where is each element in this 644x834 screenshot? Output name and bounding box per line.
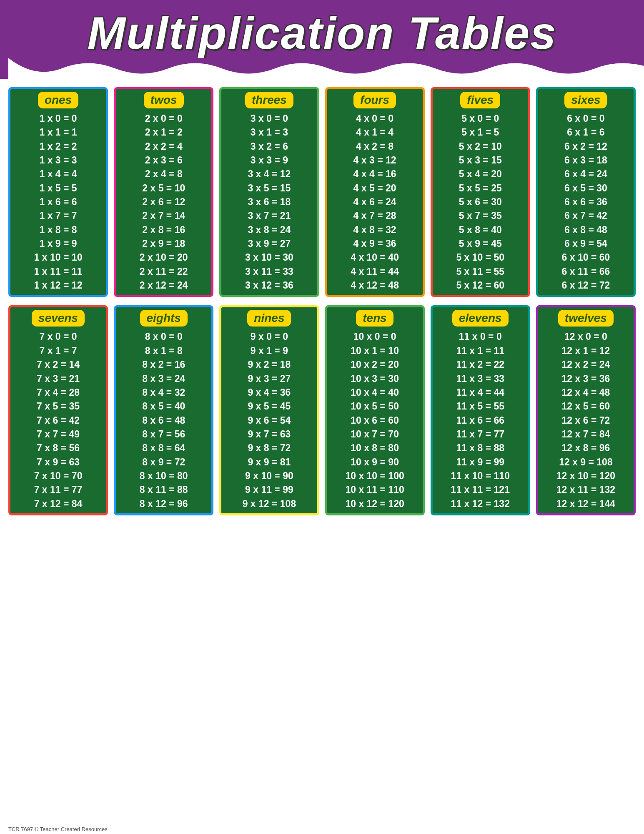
table-row: 8 x 4 = 32 [121, 386, 206, 399]
table-row: 12 x 5 = 60 [543, 399, 629, 413]
table-row: 4 x 6 = 24 [332, 195, 418, 209]
header: Multiplication Tables [0, 0, 644, 79]
table-body-tens: 10 x 0 = 010 x 1 = 1010 x 2 = 2010 x 3 =… [330, 330, 420, 510]
table-row: 3 x 11 = 33 [226, 265, 312, 279]
table-row: 7 x 3 = 21 [15, 372, 101, 386]
table-body-eights: 8 x 0 = 08 x 1 = 88 x 2 = 168 x 3 = 248 … [118, 330, 209, 510]
page: Multiplication Tables ones1 x 0 = 01 x 1… [0, 0, 644, 834]
table-row: 7 x 1 = 7 [15, 344, 101, 358]
table-fives: fives5 x 0 = 05 x 1 = 55 x 2 = 105 x 3 =… [431, 87, 530, 297]
table-row: 3 x 7 = 21 [226, 209, 312, 223]
table-row: 5 x 6 = 30 [438, 195, 523, 209]
table-row: 4 x 0 = 0 [332, 112, 418, 126]
table-header-nines: nines [247, 310, 291, 327]
table-body-twos: 2 x 0 = 02 x 1 = 22 x 2 = 42 x 3 = 62 x … [118, 112, 209, 292]
table-header-sixes: sixes [564, 92, 607, 108]
table-row: 4 x 3 = 12 [332, 153, 418, 167]
table-row: 3 x 3 = 9 [226, 153, 312, 167]
table-row: 2 x 5 = 10 [121, 181, 206, 195]
table-row: 9 x 12 = 108 [226, 497, 312, 511]
table-row: 3 x 9 = 27 [226, 237, 312, 251]
page-title: Multiplication Tables [8, 8, 636, 58]
table-row: 11 x 3 = 33 [438, 372, 523, 386]
table-row: 3 x 10 = 30 [226, 251, 312, 264]
table-row: 10 x 0 = 0 [332, 330, 418, 344]
table-row: 11 x 12 = 132 [438, 497, 523, 511]
table-row: 6 x 10 = 60 [543, 251, 629, 264]
table-row: 5 x 9 = 45 [438, 237, 523, 251]
table-row: 6 x 4 = 24 [543, 167, 629, 181]
table-row: 8 x 10 = 80 [121, 469, 206, 483]
table-row: 1 x 3 = 3 [15, 153, 101, 167]
table-row: 4 x 1 = 4 [332, 126, 418, 139]
table-row: 7 x 0 = 0 [15, 330, 101, 344]
table-header-elevens: elevens [452, 310, 509, 327]
table-threes: threes3 x 0 = 03 x 1 = 33 x 2 = 63 x 3 =… [219, 87, 319, 297]
table-row: 3 x 12 = 36 [226, 279, 312, 292]
table-row: 10 x 3 = 30 [332, 372, 418, 386]
table-row: 12 x 2 = 24 [543, 358, 629, 372]
table-row: 1 x 12 = 12 [15, 279, 101, 292]
table-row: 5 x 2 = 10 [438, 140, 523, 153]
table-row: 3 x 6 = 18 [226, 195, 312, 209]
table-header-twelves: twelves [558, 310, 614, 327]
table-row: 4 x 10 = 40 [332, 251, 418, 264]
table-row: 10 x 5 = 50 [332, 399, 418, 413]
table-tens: tens10 x 0 = 010 x 1 = 1010 x 2 = 2010 x… [325, 305, 425, 515]
table-ones: ones1 x 0 = 01 x 1 = 11 x 2 = 21 x 3 = 3… [8, 87, 108, 297]
table-row: 7 x 6 = 42 [15, 414, 101, 427]
table-body-ones: 1 x 0 = 01 x 1 = 11 x 2 = 21 x 3 = 31 x … [13, 112, 103, 292]
table-row: 2 x 9 = 18 [121, 237, 206, 251]
table-header-ones: ones [38, 92, 78, 108]
table-row: 3 x 1 = 3 [226, 126, 312, 139]
table-row: 6 x 11 = 66 [543, 265, 629, 279]
table-row: 5 x 8 = 40 [438, 223, 523, 237]
table-row: 9 x 7 = 63 [226, 427, 312, 441]
table-row: 2 x 11 = 22 [121, 265, 206, 279]
table-row: 9 x 3 = 27 [226, 372, 312, 386]
table-row: 1 x 2 = 2 [15, 140, 101, 153]
table-row: 6 x 5 = 30 [543, 181, 629, 195]
table-row: 7 x 12 = 84 [15, 497, 101, 511]
table-row: 10 x 1 = 10 [332, 344, 418, 358]
table-row: 11 x 0 = 0 [438, 330, 523, 344]
table-row: 8 x 2 = 16 [121, 358, 206, 372]
table-row: 8 x 7 = 56 [121, 427, 206, 441]
table-row: 8 x 5 = 40 [121, 399, 206, 413]
table-row: 6 x 7 = 42 [543, 209, 629, 223]
table-row: 1 x 0 = 0 [15, 112, 101, 126]
table-row: 9 x 5 = 45 [226, 399, 312, 413]
tables-row-1: ones1 x 0 = 01 x 1 = 11 x 2 = 21 x 3 = 3… [8, 87, 636, 297]
table-fours: fours4 x 0 = 04 x 1 = 44 x 2 = 84 x 3 = … [325, 87, 425, 297]
table-row: 1 x 8 = 8 [15, 223, 101, 237]
table-body-elevens: 11 x 0 = 011 x 1 = 1111 x 2 = 2211 x 3 =… [435, 330, 526, 510]
table-row: 10 x 9 = 90 [332, 455, 418, 469]
table-row: 11 x 6 = 66 [438, 414, 523, 427]
table-row: 7 x 4 = 28 [15, 386, 101, 399]
table-body-twelves: 12 x 0 = 012 x 1 = 1212 x 2 = 2412 x 3 =… [541, 330, 631, 510]
table-row: 12 x 1 = 12 [543, 344, 629, 358]
table-row: 1 x 6 = 6 [15, 195, 101, 209]
table-row: 4 x 9 = 36 [332, 237, 418, 251]
table-row: 12 x 11 = 132 [543, 483, 629, 497]
table-row: 1 x 11 = 11 [15, 265, 101, 279]
table-row: 1 x 9 = 9 [15, 237, 101, 251]
table-row: 2 x 4 = 8 [121, 167, 206, 181]
table-row: 4 x 2 = 8 [332, 140, 418, 153]
table-row: 9 x 10 = 90 [226, 469, 312, 483]
table-row: 3 x 4 = 12 [226, 167, 312, 181]
table-row: 2 x 10 = 20 [121, 251, 206, 264]
table-row: 1 x 5 = 5 [15, 181, 101, 195]
table-row: 12 x 8 = 96 [543, 441, 629, 455]
table-row: 1 x 1 = 1 [15, 126, 101, 139]
table-row: 5 x 10 = 50 [438, 251, 523, 264]
table-row: 12 x 12 = 144 [543, 497, 629, 511]
table-row: 1 x 4 = 4 [15, 167, 101, 181]
table-body-sixes: 6 x 0 = 06 x 1 = 66 x 2 = 126 x 3 = 186 … [541, 112, 631, 292]
table-row: 9 x 2 = 18 [226, 358, 312, 372]
table-row: 8 x 1 = 8 [121, 344, 206, 358]
content: ones1 x 0 = 01 x 1 = 11 x 2 = 21 x 3 = 3… [0, 79, 644, 824]
table-row: 4 x 5 = 20 [332, 181, 418, 195]
table-eights: eights8 x 0 = 08 x 1 = 88 x 2 = 168 x 3 … [114, 305, 213, 515]
table-row: 2 x 3 = 6 [121, 153, 206, 167]
